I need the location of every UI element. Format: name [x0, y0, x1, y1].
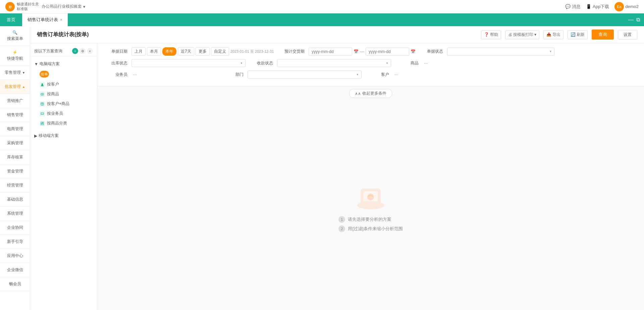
settings-button[interactable]: 设置: [618, 30, 637, 40]
download-icon: 📱: [586, 4, 591, 9]
sidebar-item-wholesale[interactable]: 批发管理 ▲: [0, 80, 30, 94]
collapse-panel-btn[interactable]: «: [87, 48, 93, 54]
mobile-expand-icon: ▶: [34, 134, 37, 138]
customer-dots-btn[interactable]: ···: [393, 70, 400, 79]
tab-active[interactable]: 销售订单统计表 ×: [22, 13, 68, 26]
settings-scheme-btn[interactable]: ⚙: [79, 48, 86, 54]
sidebar-item-inventory[interactable]: 库存核算: [0, 150, 30, 164]
content-area: 销售订单统计表(按单) ❓ 帮助 🖨 按模板打印 ▾ 📤 导出 🔄 刷新: [30, 26, 644, 310]
export-btn[interactable]: 📤 导出: [543, 30, 564, 39]
payment-status-wrapper: [277, 59, 391, 67]
pc-schemes-section: ▼ 电脑端方案 按单 按客户: [30, 58, 97, 130]
collapse-area: ∧∧ 收起更多条件: [97, 86, 644, 101]
sidebar-item-wechat[interactable]: 企业微信: [0, 263, 30, 277]
app-download-btn[interactable]: 📱 App下载: [586, 4, 609, 10]
mobile-section-header[interactable]: ▶ 移动端方案: [30, 131, 97, 141]
tab-restore-btn[interactable]: ⧉: [636, 17, 640, 23]
empty-hints: 1 请先选择要分析的方案 2 用[过滤]条件来缩小分析范围: [338, 216, 402, 232]
delivery-date-start[interactable]: [309, 48, 352, 56]
sidebar-item-quick-nav[interactable]: ⚡ 快捷导航: [0, 46, 30, 66]
dropdown-icon[interactable]: ▾: [83, 4, 85, 9]
svg-rect-13: [43, 122, 44, 123]
sidebar-item-membership[interactable]: 畅会员: [0, 277, 30, 291]
last-7-days-btn[interactable]: 近7天: [178, 47, 194, 56]
user-name: demo2: [625, 4, 639, 9]
svg-point-20: [372, 195, 373, 197]
last-month-btn[interactable]: 上月: [131, 47, 146, 56]
right-content: 单据日期 上月 本月 本年 近7天 更多 自定义 2023-01-01 至 20…: [97, 43, 644, 310]
breadcrumb-area: 办公用品行业模拟账套 ▾: [42, 4, 85, 9]
tab-minimize-btn[interactable]: —: [628, 17, 634, 23]
sidebar-item-purchase[interactable]: 采购管理: [0, 136, 30, 150]
query-button[interactable]: 查询: [592, 30, 614, 40]
sidebar-item-basic-info[interactable]: 基础信息: [0, 193, 30, 207]
sidebar-item-newbie[interactable]: 新手引导: [0, 235, 30, 249]
sidebar-item-finance[interactable]: 资金管理: [0, 164, 30, 178]
filter-row-1: 单据日期 上月 本月 本年 近7天 更多 自定义 2023-01-01 至 20…: [104, 47, 637, 56]
pc-section-header[interactable]: ▼ 电脑端方案: [30, 59, 97, 69]
sidebar-item-sales[interactable]: 销售管理: [0, 108, 30, 122]
salesperson-scheme-icon: [40, 111, 45, 116]
more-btn[interactable]: 更多: [196, 47, 210, 56]
sidebar-item-marketing[interactable]: 营销推广: [0, 94, 30, 108]
scheme-item-by-salesperson[interactable]: 按业务员: [30, 109, 97, 118]
svg-rect-9: [41, 113, 44, 114]
payment-status-select[interactable]: [277, 59, 391, 67]
sidebar: 🔍 搜索菜单 ⚡ 快捷导航 零售管理 ▼ 批发管理 ▲ 营销推广 销售管理 电商…: [0, 26, 30, 310]
sidebar-item-app-center[interactable]: 应用中心: [0, 249, 30, 263]
delivery-status-select[interactable]: [131, 59, 246, 67]
custom-btn[interactable]: 自定义: [211, 47, 229, 56]
top-bar-right: 💬 消息 📱 App下载 Ea demo2: [565, 2, 639, 11]
scheme-item-by-category[interactable]: 按商品分类: [30, 118, 97, 128]
this-month-btn[interactable]: 本月: [147, 47, 161, 56]
scheme-item-by-customer[interactable]: 按客户: [30, 80, 97, 89]
top-bar: 好 畅捷通好生意 标准版 办公用品行业模拟账套 ▾ 💬 消息 📱 App下载 E…: [0, 0, 644, 13]
left-panel: 按以下方案查询 + ⚙ « ▼ 电脑端方案 按单: [30, 43, 97, 310]
sidebar-item-operations[interactable]: 经营管理: [0, 178, 30, 193]
tab-label: 销售订单统计表: [28, 17, 58, 23]
sidebar-item-retail[interactable]: 零售管理 ▼: [0, 66, 30, 80]
panel-header-icons: + ⚙ «: [72, 48, 93, 54]
status-select[interactable]: [447, 48, 554, 56]
hint-1: 1 请先选择要分析的方案: [338, 216, 402, 223]
svg-rect-3: [41, 93, 44, 95]
this-year-btn[interactable]: 本年: [162, 47, 176, 56]
date-label: 单据日期: [104, 49, 127, 54]
sidebar-item-search[interactable]: 🔍 搜索菜单: [0, 26, 30, 46]
product-scheme-icon: [40, 92, 45, 97]
delivery-date-end[interactable]: [366, 48, 409, 56]
sidebar-item-system[interactable]: 系统管理: [0, 207, 30, 221]
tab-close-icon[interactable]: ×: [60, 17, 62, 22]
scheme-item-by-customer-product[interactable]: 按客户+商品: [30, 99, 97, 109]
salesperson-dots-btn[interactable]: ···: [131, 70, 138, 79]
collapse-btn[interactable]: ∧∧ 收起更多条件: [349, 89, 392, 98]
svg-text:好: 好: [8, 5, 12, 9]
date-input-group: 📅 — 📅: [309, 48, 416, 56]
help-icon: ❓: [484, 32, 489, 37]
export-icon: 📤: [546, 32, 551, 37]
chevron-up-icon: ▲: [22, 85, 25, 89]
filter-area: 单据日期 上月 本月 本年 近7天 更多 自定义 2023-01-01 至 20…: [97, 43, 644, 86]
expected-delivery-label: 预计交货期: [278, 49, 305, 54]
sidebar-item-ecommerce[interactable]: 电商管理: [0, 122, 30, 136]
scheme-item-by-product[interactable]: 按商品: [30, 89, 97, 99]
main-layout: 🔍 搜索菜单 ⚡ 快捷导航 零售管理 ▼ 批发管理 ▲ 营销推广 销售管理 电商…: [0, 26, 644, 310]
product-dots-btn[interactable]: ···: [423, 59, 429, 67]
print-dropdown-icon: ▾: [534, 32, 536, 37]
template-print-btn[interactable]: 🖨 按模板打印 ▾: [505, 30, 539, 39]
tab-home[interactable]: 首页: [0, 13, 22, 26]
active-scheme-badge: 按单: [40, 71, 49, 78]
message-btn[interactable]: 💬 消息: [565, 4, 581, 10]
pc-section-label: 电脑端方案: [40, 61, 60, 67]
department-select[interactable]: [248, 70, 362, 79]
app-title: 办公用品行业模拟账套: [42, 4, 82, 9]
refresh-btn[interactable]: 🔄 刷新: [568, 30, 588, 39]
scheme-item-by-order[interactable]: 按单: [30, 69, 97, 80]
help-btn[interactable]: ❓ 帮助: [481, 30, 501, 39]
user-menu[interactable]: Ea demo2: [614, 2, 639, 11]
tab-bar: 首页 销售订单统计表 × — ⧉: [0, 13, 644, 26]
customer-product-scheme-icon: [40, 101, 45, 107]
empty-illustration: [351, 178, 391, 212]
sidebar-item-enterprise[interactable]: 企业协同: [0, 221, 30, 235]
add-scheme-btn[interactable]: +: [72, 48, 78, 54]
